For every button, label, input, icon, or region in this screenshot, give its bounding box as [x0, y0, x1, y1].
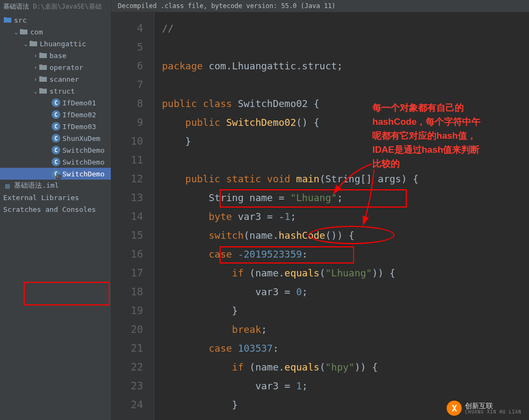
folder-label: src [14, 16, 26, 24]
file-label: IfDemo02 [62, 111, 96, 119]
annotation-text: 每一个对象都有自己的 hashCode，每个字符中午 呢都有它对应的hash值，… [372, 101, 481, 171]
file-label: SwitchDemo [62, 170, 104, 178]
folder-icon [39, 87, 47, 95]
watermark: 创新互联 CHUANG XIN HU LIAN [447, 401, 521, 416]
file-label: 基础语法.iml [14, 181, 59, 190]
tree-iml-file[interactable]: ▤ 基础语法.iml [0, 180, 111, 191]
watermark-logo-icon [447, 401, 462, 416]
folder-label: struct [50, 87, 75, 95]
watermark-sub: CHUANG XIN HU LIAN [465, 410, 521, 415]
chevron-right-icon: › [32, 65, 39, 70]
file-label: SwitchDemo [62, 158, 104, 166]
class-icon: C [52, 122, 60, 131]
file-label: ShunXuDem [62, 134, 100, 143]
folder-icon [39, 75, 47, 83]
project-sidebar: 基础语法 D:\桌面\JavaSE\基础 src ⌄ com ⌄ Lhuanga… [0, 0, 111, 420]
folder-label: Lhuangattic [40, 40, 86, 48]
tree-folder-scanner[interactable]: › scanner [0, 73, 111, 85]
tree-folder-com[interactable]: ⌄ com [0, 26, 111, 38]
chevron-right-icon: › [32, 76, 39, 82]
folder-label: com [30, 28, 43, 36]
tree-folder-base[interactable]: › base [0, 49, 111, 61]
tree-file[interactable]: CIfDemo02 [0, 109, 111, 120]
class-icon: C [52, 110, 60, 119]
code-content[interactable]: // package com.Lhuangattic.struct; publi… [154, 12, 419, 420]
tree-scratches[interactable]: Scratches and Consoles [0, 203, 111, 215]
tree-file[interactable]: CIfDemo03 [0, 120, 111, 132]
folder-label: base [50, 52, 66, 60]
folder-icon [29, 39, 38, 48]
tree-folder-operator[interactable]: › operator [0, 61, 111, 73]
chevron-down-icon: ⌄ [13, 29, 19, 35]
folder-icon [39, 63, 47, 72]
folder-label: External Libraries [3, 194, 79, 202]
folder-icon [3, 16, 12, 24]
tree-folder-pkg[interactable]: ⌄ Lhuangattic [0, 38, 111, 49]
project-path: D:\桌面\JavaSE\基础 [33, 2, 101, 11]
chevron-down-icon: ⌄ [32, 88, 39, 94]
class-decompiled-icon: C [52, 169, 60, 178]
project-name: 基础语法 [3, 2, 29, 11]
tree-file-selected[interactable]: CSwitchDemo [0, 168, 111, 180]
class-icon: C [52, 146, 60, 154]
tree-folder-src[interactable]: src [0, 14, 111, 26]
iml-icon: ▤ [3, 181, 12, 190]
folder-icon [39, 51, 47, 60]
project-tree: src ⌄ com ⌄ Lhuangattic › base › operato… [0, 13, 111, 215]
file-label: SwitchDemo [62, 146, 104, 154]
chevron-right-icon: › [32, 53, 39, 59]
folder-label: scanner [50, 75, 79, 83]
watermark-brand: 创新互联 [465, 402, 521, 410]
tree-folder-struct[interactable]: ⌄ struct [0, 85, 111, 97]
chevron-down-icon: ⌄ [23, 41, 29, 47]
tree-file[interactable]: CIfDemo01 [0, 97, 111, 109]
tree-file[interactable]: CSwitchDemo [0, 144, 111, 156]
decompile-banner: Decompiled .class file, bytecode version… [111, 0, 529, 12]
line-gutter: 456789101112131415161718192021222324 [111, 12, 154, 420]
code-area[interactable]: 456789101112131415161718192021222324 // … [111, 12, 529, 420]
file-label: IfDemo03 [62, 123, 96, 131]
class-icon: C [52, 98, 60, 107]
class-icon: C [52, 134, 60, 143]
folder-label: operator [50, 63, 83, 72]
class-icon: C [52, 158, 60, 166]
tree-external-libraries[interactable]: External Libraries [0, 191, 111, 203]
tree-file[interactable]: CSwitchDemo [0, 156, 111, 168]
breadcrumb: 基础语法 D:\桌面\JavaSE\基础 [0, 0, 111, 13]
editor-area: Decompiled .class file, bytecode version… [111, 0, 529, 420]
folder-icon [19, 27, 28, 36]
folder-label: Scratches and Consoles [3, 205, 96, 213]
file-label: IfDemo01 [62, 99, 96, 107]
tree-file[interactable]: CShunXuDem [0, 132, 111, 144]
